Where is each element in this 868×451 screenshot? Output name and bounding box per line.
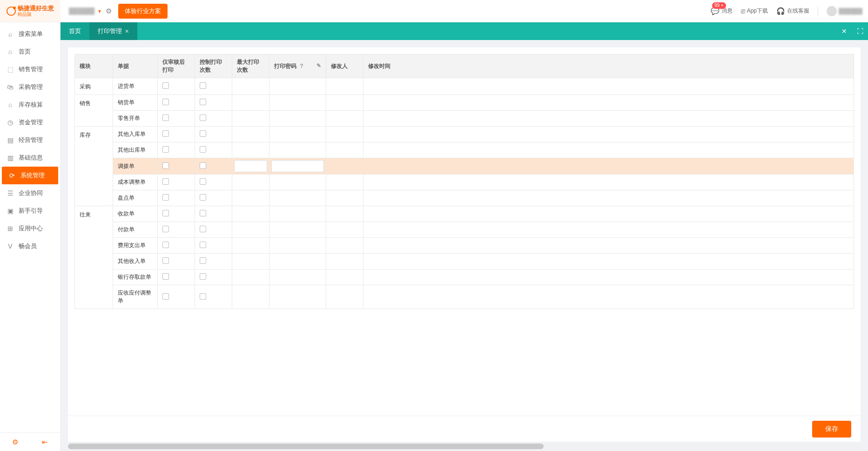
cell-modifier [326, 254, 363, 269]
brand-logo[interactable]: 畅捷通好生意 精品版 [0, 0, 61, 22]
checkbox-control[interactable] [200, 162, 206, 169]
doc-cell: 费用支出单 [113, 238, 158, 254]
checkbox-control[interactable] [200, 273, 206, 280]
cell-password[interactable] [269, 158, 326, 175]
cell-modifier [326, 175, 363, 190]
table-row: 销售销货单 [75, 95, 854, 111]
checkbox-control[interactable] [200, 242, 206, 248]
checkbox-control[interactable] [200, 130, 206, 137]
table-row: 其他收入单 [75, 254, 854, 269]
checkbox-audited[interactable] [162, 130, 169, 137]
cell-modifier [326, 158, 363, 175]
cell-modifier [326, 206, 363, 222]
checkbox-control[interactable] [200, 293, 206, 300]
sidebar-item-icon: ⌕ [7, 30, 14, 38]
checkbox-audited[interactable] [162, 99, 169, 105]
gear-icon[interactable]: ⚙ [106, 7, 112, 15]
cell-audited [158, 254, 195, 269]
tab-home-label: 首页 [69, 27, 81, 35]
checkbox-control[interactable] [200, 210, 206, 216]
sidebar-item-1[interactable]: ⌂首页 [0, 43, 60, 61]
org-selector[interactable]: ██████ ▾ [69, 7, 101, 14]
cell-modify-time [363, 78, 854, 95]
sidebar-footer: ⚙ ⇤ [0, 432, 60, 451]
table-row: 费用支出单 [75, 238, 854, 254]
checkbox-control[interactable] [200, 146, 206, 153]
sidebar-item-3[interactable]: 🛍采购管理 [0, 78, 60, 96]
cell-password [269, 142, 326, 158]
cell-control [195, 285, 232, 309]
sidebar-item-12[interactable]: V畅会员 [0, 237, 60, 255]
online-service-button[interactable]: 🎧 在线客服 [776, 7, 809, 15]
app-download-button[interactable]: ⎚ App下载 [741, 7, 768, 15]
checkbox-control[interactable] [200, 82, 206, 89]
scrollbar-thumb[interactable] [68, 444, 544, 449]
checkbox-control[interactable] [200, 257, 206, 264]
sidebar-item-10[interactable]: ▣新手引导 [0, 202, 60, 220]
close-icon[interactable]: ✕ [125, 28, 129, 34]
cell-modifier [326, 190, 363, 206]
sidebar-item-11[interactable]: ⊞应用中心 [0, 220, 60, 237]
cell-password [269, 238, 326, 254]
sidebar-item-2[interactable]: ⬚销售管理 [0, 61, 60, 78]
checkbox-audited[interactable] [162, 178, 169, 185]
tab-home[interactable]: 首页 [61, 22, 89, 40]
settings-icon[interactable]: ⚙ [12, 438, 18, 446]
checkbox-audited[interactable] [162, 146, 169, 153]
help-icon[interactable]: ? [300, 63, 303, 69]
fullscreen-icon[interactable]: ⛶ [852, 22, 868, 40]
sidebar-item-icon: ⟳ [8, 172, 16, 179]
checkbox-audited[interactable] [162, 162, 169, 169]
checkbox-control[interactable] [200, 114, 206, 121]
checkbox-control[interactable] [200, 226, 206, 232]
sidebar-item-8[interactable]: ⟳系统管理 [2, 167, 58, 184]
brand-title: 畅捷通好生意 [18, 5, 54, 11]
cell-max[interactable] [232, 158, 269, 175]
checkbox-audited[interactable] [162, 257, 169, 264]
cell-modify-time [363, 254, 854, 269]
sidebar-item-7[interactable]: ▥基础信息 [0, 149, 60, 167]
checkbox-control[interactable] [200, 178, 206, 185]
save-button[interactable]: 保存 [812, 421, 851, 438]
cell-password [269, 111, 326, 127]
checkbox-audited[interactable] [162, 273, 169, 280]
checkbox-audited[interactable] [162, 226, 169, 232]
checkbox-audited[interactable] [162, 242, 169, 248]
sidebar-item-5[interactable]: ◷资金管理 [0, 114, 60, 131]
table-row: 库存其他入库单 [75, 127, 854, 142]
checkbox-audited[interactable] [162, 194, 169, 201]
try-industry-button[interactable]: 体验行业方案 [118, 4, 168, 19]
messages-button[interactable]: 💬 99 + 消息 [711, 7, 733, 15]
checkbox-control[interactable] [200, 99, 206, 105]
cell-password [269, 285, 326, 309]
checkbox-audited[interactable] [162, 82, 169, 89]
tab-strip: 首页 打印管理 ✕ ✕ ⛶ [61, 22, 868, 40]
checkbox-audited[interactable] [162, 114, 169, 121]
cell-modify-time [363, 206, 854, 222]
tab-close-current-icon[interactable]: ✕ [836, 22, 852, 40]
tab-print-management-label: 打印管理 [98, 27, 122, 35]
max-input [234, 160, 267, 172]
checkbox-control[interactable] [200, 194, 206, 201]
cell-control [195, 206, 232, 222]
cell-modify-time [363, 222, 854, 238]
user-menu[interactable]: ██████ [827, 6, 862, 16]
sidebar-item-label: 应用中心 [19, 224, 43, 233]
sidebar-item-label: 企业协同 [19, 189, 43, 197]
checkbox-audited[interactable] [162, 293, 169, 300]
headset-icon: 🎧 [776, 7, 785, 15]
sidebar-item-9[interactable]: ☰企业协同 [0, 184, 60, 202]
sidebar-item-6[interactable]: ▤经营管理 [0, 131, 60, 149]
sidebar-item-4[interactable]: ⌂库存核算 [0, 96, 60, 114]
horizontal-scrollbar[interactable] [68, 444, 861, 449]
sidebar-item-0[interactable]: ⌕搜索菜单 [0, 25, 60, 43]
cell-audited [158, 95, 195, 111]
collapse-icon[interactable]: ⇤ [42, 438, 48, 446]
tab-print-management[interactable]: 打印管理 ✕ [89, 22, 137, 40]
cell-max [232, 190, 269, 206]
brand-logo-icon [7, 7, 16, 16]
edit-icon[interactable]: ✎ [316, 62, 321, 69]
checkbox-audited[interactable] [162, 210, 169, 216]
sidebar-item-label: 经营管理 [19, 136, 43, 144]
sidebar-item-icon: ⌂ [7, 48, 14, 55]
